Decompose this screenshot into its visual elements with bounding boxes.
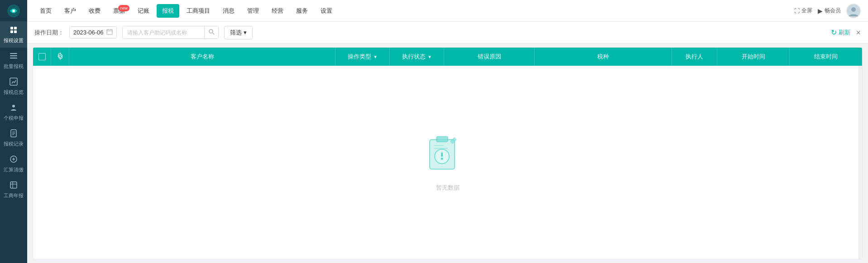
batch-tax-icon (9, 51, 18, 62)
svg-rect-3 (14, 27, 17, 29)
invoice-badge: new (118, 5, 129, 11)
scrollbar[interactable] (858, 66, 862, 259)
tax-overview-icon (9, 77, 18, 88)
tax-settings-icon (9, 25, 18, 36)
filter-button[interactable]: 筛选 ▾ (224, 26, 253, 39)
sidebar-item-tax-overview[interactable]: 报税总览 (0, 73, 27, 99)
settlement-icon (9, 155, 18, 165)
user-avatar[interactable] (846, 4, 861, 18)
select-all-checkbox[interactable] (38, 53, 46, 60)
topnav: 首页 客户 收费 票据 new 记账 报税 工商项目 消息 管理 经营 服务 设… (27, 0, 868, 22)
svg-rect-33 (441, 152, 443, 157)
nav-business[interactable]: 工商项目 (181, 4, 216, 18)
nav-settings[interactable]: 设置 (315, 4, 338, 18)
sidebar-item-tax-record[interactable]: 报税记录 (0, 125, 27, 151)
empty-illustration (425, 133, 470, 178)
sidebar-item-label: 报税总览 (4, 89, 24, 96)
fullscreen-icon: ⛶ (794, 8, 800, 14)
search-button[interactable] (204, 26, 218, 39)
sidebar-item-annual-report[interactable]: 工商年报 (0, 177, 27, 203)
nav-home[interactable]: 首页 (34, 4, 57, 18)
svg-point-10 (12, 105, 15, 107)
member-btn[interactable]: ▶ 畅会员 (818, 7, 841, 15)
th-tax-type: 税种 (535, 48, 672, 66)
filter-label: 筛选 (230, 29, 242, 37)
th-start-time: 开始时间 (717, 48, 790, 66)
nav-service[interactable]: 服务 (291, 4, 313, 18)
table-header: 客户名称 操作类型 ▼ 执行状态 ▼ 错误原因 税种 执行人 (33, 48, 862, 66)
svg-line-26 (212, 33, 214, 35)
svg-rect-29 (436, 136, 448, 142)
svg-rect-16 (10, 182, 17, 188)
refresh-button[interactable]: ↻ 刷新 (831, 28, 850, 37)
fullscreen-btn[interactable]: ⛶ 全屏 (794, 7, 812, 15)
topnav-items: 首页 客户 收费 票据 new 记账 报税 工商项目 消息 管理 经营 服务 设… (34, 4, 794, 18)
main-area: 首页 客户 收费 票据 new 记账 报税 工商项目 消息 管理 经营 服务 设… (27, 0, 868, 263)
sidebar-item-personal-tax[interactable]: 个税申报 (0, 99, 27, 125)
sidebar-item-label: 个税申报 (4, 115, 24, 122)
th-op-type[interactable]: 操作类型 ▼ (336, 48, 390, 66)
th-executor: 执行人 (672, 48, 717, 66)
date-value: 2023-06-06 (73, 29, 104, 36)
sidebar-item-label: 批量报税 (4, 63, 24, 70)
personal-tax-icon (9, 103, 18, 113)
date-label: 操作日期： (34, 29, 64, 37)
table-container: 客户名称 操作类型 ▼ 执行状态 ▼ 错误原因 税种 执行人 (33, 47, 863, 259)
annual-report-icon (9, 180, 18, 191)
search-input[interactable] (123, 27, 204, 38)
svg-point-1 (12, 10, 15, 12)
nav-message[interactable]: 消息 (217, 4, 240, 18)
svg-rect-2 (10, 27, 13, 29)
empty-state: 暂无数据 (33, 66, 862, 259)
screen-record-icon: ▶ (818, 7, 823, 15)
th-client-name: 客户名称 (69, 48, 336, 66)
calendar-icon (106, 29, 113, 36)
sidebar-item-settlement[interactable]: 汇算清缴 (0, 151, 27, 177)
sort-exec-status-icon: ▼ (427, 54, 432, 59)
sidebar-logo (0, 0, 27, 22)
svg-rect-7 (10, 55, 17, 56)
sort-op-type-icon: ▼ (373, 54, 378, 59)
search-box (122, 26, 219, 39)
empty-text: 暂无数据 (436, 184, 460, 192)
nav-accounting[interactable]: 记账 (132, 4, 155, 18)
th-gear[interactable] (51, 48, 69, 66)
nav-invoice[interactable]: 票据 new (108, 4, 130, 18)
svg-rect-8 (10, 58, 17, 58)
sidebar-item-label: 工商年报 (4, 192, 24, 199)
toolbar: 操作日期： 2023-06-06 筛选 ▾ ↻ 刷新 (27, 22, 868, 44)
nav-billing[interactable]: 收费 (83, 4, 106, 18)
svg-point-34 (441, 158, 443, 160)
close-button[interactable]: × (856, 29, 861, 37)
svg-rect-6 (10, 53, 17, 54)
svg-rect-21 (107, 29, 112, 34)
sidebar: 报税设置 批量报税 报税总览 个税申报 报税记录 汇算清缴 工商 (0, 0, 27, 263)
svg-rect-5 (14, 30, 17, 33)
th-exec-status[interactable]: 执行状态 ▼ (390, 48, 444, 66)
sidebar-item-label: 报税设置 (4, 37, 24, 44)
content: 操作日期： 2023-06-06 筛选 ▾ ↻ 刷新 (27, 22, 868, 263)
nav-client[interactable]: 客户 (59, 4, 82, 18)
svg-point-25 (209, 29, 213, 33)
date-picker[interactable]: 2023-06-06 (69, 26, 117, 39)
nav-finance[interactable]: 经营 (266, 4, 289, 18)
th-checkbox[interactable] (33, 48, 51, 66)
nav-tax[interactable]: 报税 (157, 4, 179, 18)
sidebar-item-batch-tax[interactable]: 批量报税 (0, 48, 27, 73)
sidebar-item-tax-settings[interactable]: 报税设置 (0, 22, 27, 48)
nav-manage[interactable]: 管理 (242, 4, 264, 18)
th-error-reason: 错误原因 (444, 48, 535, 66)
svg-point-20 (851, 7, 856, 12)
gear-icon (57, 53, 64, 61)
svg-rect-4 (10, 30, 13, 33)
tax-record-icon (9, 129, 18, 139)
sidebar-item-label: 汇算清缴 (4, 166, 24, 173)
topnav-right: ⛶ 全屏 ▶ 畅会员 (794, 4, 861, 18)
refresh-icon: ↻ (831, 28, 837, 37)
th-end-time: 结束时间 (790, 48, 862, 66)
filter-arrow-icon: ▾ (244, 29, 247, 36)
sidebar-item-label: 报税记录 (4, 141, 24, 147)
